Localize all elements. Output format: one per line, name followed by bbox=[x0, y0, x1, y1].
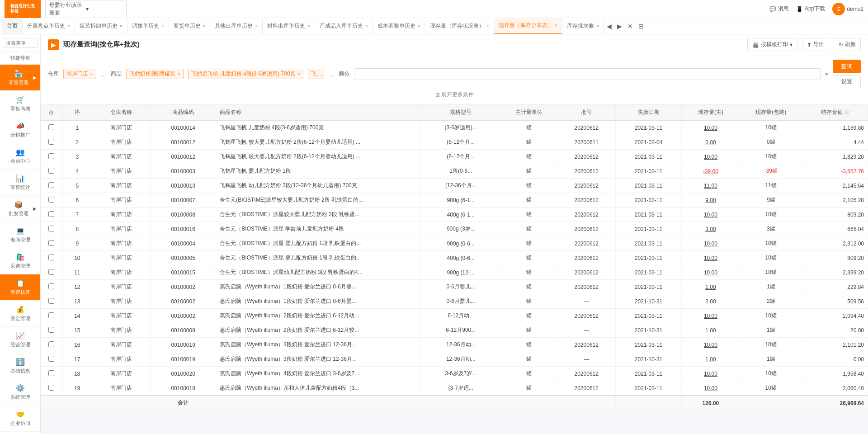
warehouse-tag-nanao[interactable]: 南岸门店 × bbox=[63, 69, 96, 79]
warehouse-tag-close[interactable]: × bbox=[90, 71, 93, 77]
settings-btn[interactable]: 设置 bbox=[833, 75, 861, 88]
tab-material-out[interactable]: 材料出库单历史 × bbox=[263, 18, 315, 34]
quick-nav-btn[interactable]: 快捷导航 bbox=[0, 52, 40, 65]
row-checkbox[interactable] bbox=[48, 226, 54, 231]
company-selector[interactable]: 母婴行业演示账套 ▾ bbox=[45, 0, 127, 18]
tab-next-btn[interactable]: ▶ bbox=[614, 23, 625, 30]
row-checkbox[interactable] bbox=[48, 211, 54, 217]
row-checkbox[interactable] bbox=[48, 283, 54, 289]
row-checkbox[interactable] bbox=[48, 124, 54, 130]
tab-allocation[interactable]: 调拨单历史 × bbox=[127, 18, 169, 34]
row-checkbox[interactable] bbox=[48, 298, 54, 304]
refresh-btn[interactable]: ↻ 刷新 bbox=[834, 38, 861, 51]
tab-batch-voucher[interactable]: 库存批次账 × bbox=[562, 18, 604, 34]
sidebar-item-retail-stats[interactable]: 📊 零售统计 bbox=[0, 170, 40, 196]
product-dots[interactable]: ... bbox=[329, 71, 334, 78]
tab-menu-btn[interactable]: ⊟ bbox=[636, 23, 646, 30]
product-tag1-close[interactable]: × bbox=[177, 71, 180, 77]
tab-requisition[interactable]: 要货单历史 × bbox=[169, 18, 211, 34]
row-checkbox[interactable] bbox=[48, 153, 54, 159]
table-cell: 10 bbox=[62, 251, 92, 265]
tab-product-in[interactable]: 产成品入库单历史 × bbox=[315, 18, 373, 34]
query-btn[interactable]: 查询 bbox=[833, 60, 861, 73]
column-settings-icon[interactable]: ⚙ bbox=[48, 109, 54, 116]
tab-close-icon[interactable]: × bbox=[161, 24, 164, 28]
sidebar-item-enterprise[interactable]: 🤝 企业协同 bbox=[0, 406, 40, 432]
wholesale-icon: 📦 bbox=[14, 200, 23, 209]
tab-close-icon[interactable]: × bbox=[555, 23, 558, 28]
sidebar-item-operations[interactable]: 📈 经营管理 bbox=[0, 327, 40, 353]
row-checkbox[interactable] bbox=[48, 370, 54, 376]
row-checkbox[interactable] bbox=[48, 240, 54, 246]
row-checkbox[interactable] bbox=[48, 385, 54, 391]
tab-close-icon[interactable]: × bbox=[67, 24, 70, 28]
table-cell: 2021-03-11 bbox=[616, 280, 681, 294]
tab-close-icon[interactable]: × bbox=[418, 24, 420, 28]
color-dropdown-icon[interactable]: ▾ bbox=[825, 71, 828, 78]
table-row: 1南岸门店00100014飞鹤星飞帆 儿童奶粉 4段(3-6岁适用) 700克(… bbox=[41, 121, 868, 135]
tab-close-icon[interactable]: × bbox=[203, 24, 206, 28]
tab-cost-adjust[interactable]: 成本调整单历史 × bbox=[373, 18, 425, 34]
product-tag-1[interactable]: 飞鹤奶粉3段两罐装 × bbox=[126, 69, 184, 79]
tab-close-icon[interactable]: × bbox=[255, 24, 258, 28]
sidebar-item-new-guide[interactable]: 🎯 新手引导 bbox=[0, 432, 40, 434]
tab-other-out[interactable]: 其他出库单历史 × bbox=[210, 18, 263, 34]
sidebar-item-marketing[interactable]: 📣 营销推广 bbox=[0, 117, 40, 143]
tab-home[interactable]: 首页 bbox=[2, 18, 23, 34]
row-checkbox[interactable] bbox=[48, 168, 54, 174]
row-checkbox[interactable] bbox=[48, 182, 54, 188]
sidebar-item-ecommerce[interactable]: 💻 电商管理 bbox=[0, 222, 40, 248]
table-row: 9南岸门店00100004合生元（BIOSTIME）派星 婴儿配方奶粉 1段 乳… bbox=[41, 236, 868, 251]
row-checkbox[interactable] bbox=[48, 139, 54, 145]
search-input[interactable] bbox=[3, 38, 38, 48]
row-checkbox[interactable] bbox=[48, 327, 54, 333]
sidebar-item-retail-mgmt[interactable]: 🏪 零售管理 ▶ bbox=[0, 65, 40, 91]
table-cell: 7 bbox=[62, 208, 92, 222]
table-container[interactable]: ⚙ 序 仓库名称 商品编码 商品名称 规格型号 主计量单位 批号 失效日期 现存… bbox=[41, 104, 868, 434]
sidebar-item-wholesale[interactable]: 📦 批发管理 ▶ bbox=[0, 196, 40, 222]
template-print-btn[interactable]: 🖨️ 按模板打印 ▾ bbox=[747, 38, 797, 51]
product-tag-2[interactable]: 飞鹤星飞帆 儿童奶粉 4段(3-6岁适用) 700克 × bbox=[188, 69, 303, 79]
user-area[interactable]: E demo2 bbox=[832, 3, 863, 15]
row-checkbox[interactable] bbox=[48, 356, 54, 362]
tab-close-icon[interactable]: × bbox=[120, 24, 123, 28]
expand-icon: ⊞ bbox=[435, 92, 440, 98]
tab-close-icon[interactable]: × bbox=[365, 24, 368, 28]
table-cell: 20200612 bbox=[557, 251, 616, 265]
sidebar-item-finance[interactable]: 💰 资金管理 bbox=[0, 301, 40, 327]
row-checkbox[interactable] bbox=[48, 341, 54, 347]
tab-prev-btn[interactable]: ◀ bbox=[604, 23, 614, 30]
tab-stock-dist[interactable]: 现存量（库存分布表） × bbox=[494, 18, 563, 34]
tab-close-icon[interactable]: × bbox=[486, 24, 489, 28]
tab-close-all-btn[interactable]: ✕ bbox=[625, 23, 636, 30]
row-checkbox[interactable] bbox=[48, 269, 54, 275]
export-btn[interactable]: ⬆ 导出 bbox=[802, 38, 829, 51]
product-tag-more[interactable]: 飞... bbox=[308, 69, 324, 79]
app-download-btn[interactable]: 📱 App下载 bbox=[796, 5, 825, 13]
summary-cell: 合计 bbox=[150, 396, 216, 410]
row-checkbox[interactable] bbox=[48, 312, 54, 318]
sidebar-item-purchase[interactable]: 🛍️ 采购管理 bbox=[0, 248, 40, 274]
table-cell: 2021-03-11 bbox=[616, 121, 681, 135]
tab-stock-status[interactable]: 现存量（库存状况表） × bbox=[425, 18, 494, 34]
tab-label: 要货单历史 bbox=[174, 22, 201, 30]
tab-split-inventory[interactable]: 分量盘点单历史 × bbox=[23, 18, 75, 34]
tab-disassembly[interactable]: 组装拆卸单历史 × bbox=[75, 18, 127, 34]
warehouse-dots[interactable]: ... bbox=[101, 71, 106, 78]
sidebar-item-member[interactable]: 👥 会员中心 bbox=[0, 143, 40, 170]
sidebar-item-retail-mall[interactable]: 🛒 零售商城 bbox=[0, 91, 40, 117]
expand-more-btn[interactable]: ⊞ 展开更多条件 bbox=[435, 91, 474, 99]
message-btn[interactable]: 💬 消息 bbox=[769, 5, 789, 13]
table-cell: 10.00 bbox=[681, 208, 740, 222]
sidebar-item-basic[interactable]: ℹ️ 基础信息 bbox=[0, 353, 40, 379]
table-cell: 20.00 bbox=[802, 323, 868, 338]
product-tag2-close[interactable]: × bbox=[297, 71, 300, 77]
sidebar-item-system[interactable]: ⚙️ 系统管理 bbox=[0, 379, 40, 406]
sidebar-item-inventory[interactable]: 📋 库存核算 bbox=[0, 274, 40, 301]
table-cell: 10罐 bbox=[740, 150, 802, 164]
row-checkbox[interactable] bbox=[48, 255, 54, 260]
tab-close-icon[interactable]: × bbox=[307, 24, 310, 28]
tab-close-icon[interactable]: × bbox=[596, 24, 599, 28]
row-checkbox[interactable] bbox=[48, 197, 54, 203]
expand-sidebar-btn[interactable]: ▶ bbox=[48, 39, 59, 50]
